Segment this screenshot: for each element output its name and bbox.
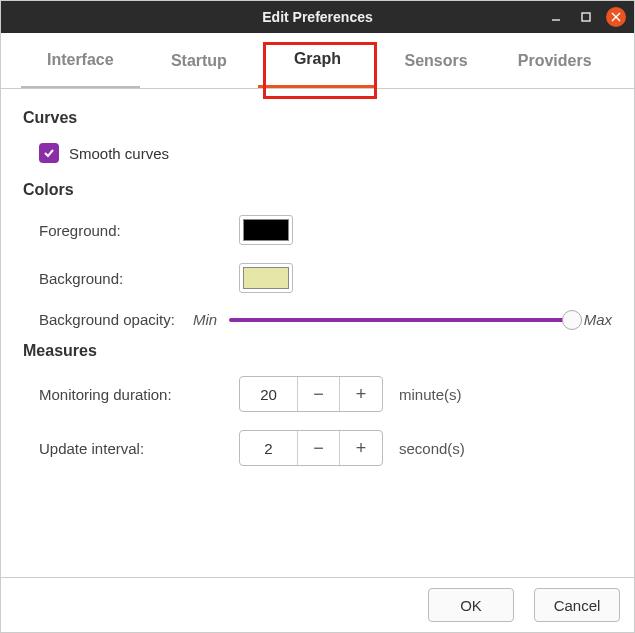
update-label: Update interval: xyxy=(39,440,229,457)
section-measures-title: Measures xyxy=(23,342,612,360)
monitoring-row: Monitoring duration: 20 − + minute(s) xyxy=(39,376,612,412)
monitoring-decrement-button[interactable]: − xyxy=(298,377,340,411)
content-panel: Curves Smooth curves Colors Foreground: … xyxy=(1,89,634,577)
minimize-icon xyxy=(551,12,561,22)
titlebar: Edit Preferences xyxy=(1,1,634,33)
update-interval-stepper: 2 − + xyxy=(239,430,383,466)
close-button[interactable] xyxy=(606,7,626,27)
monitoring-unit: minute(s) xyxy=(399,386,462,403)
update-increment-button[interactable]: + xyxy=(340,431,382,465)
update-row: Update interval: 2 − + second(s) xyxy=(39,430,612,466)
check-icon xyxy=(43,147,55,159)
smooth-curves-row: Smooth curves xyxy=(39,143,612,163)
background-label: Background: xyxy=(39,270,229,287)
foreground-label: Foreground: xyxy=(39,222,229,239)
update-unit: second(s) xyxy=(399,440,465,457)
preferences-window: Edit Preferences Interface Startup Graph… xyxy=(0,0,635,633)
opacity-slider-thumb[interactable] xyxy=(562,310,582,330)
section-colors-title: Colors xyxy=(23,181,612,199)
opacity-min-label: Min xyxy=(193,311,217,328)
svg-rect-1 xyxy=(582,13,590,21)
tab-startup[interactable]: Startup xyxy=(140,33,259,88)
window-controls xyxy=(546,7,626,27)
section-curves-title: Curves xyxy=(23,109,612,127)
tab-graph[interactable]: Graph xyxy=(258,33,377,88)
opacity-row: Background opacity: Min Max xyxy=(39,311,612,328)
monitoring-value[interactable]: 20 xyxy=(240,377,298,411)
tab-providers[interactable]: Providers xyxy=(495,33,614,88)
opacity-slider[interactable] xyxy=(229,318,572,322)
background-row: Background: xyxy=(39,263,612,293)
close-icon xyxy=(611,12,621,22)
window-title: Edit Preferences xyxy=(9,9,626,25)
opacity-label: Background opacity: xyxy=(39,311,175,328)
opacity-max-label: Max xyxy=(584,311,612,328)
background-swatch xyxy=(243,267,289,289)
background-color-button[interactable] xyxy=(239,263,293,293)
tab-sensors[interactable]: Sensors xyxy=(377,33,496,88)
minimize-button[interactable] xyxy=(546,7,566,27)
update-value[interactable]: 2 xyxy=(240,431,298,465)
monitoring-duration-stepper: 20 − + xyxy=(239,376,383,412)
smooth-curves-label: Smooth curves xyxy=(69,145,169,162)
tab-interface[interactable]: Interface xyxy=(21,33,140,88)
update-decrement-button[interactable]: − xyxy=(298,431,340,465)
maximize-icon xyxy=(581,12,591,22)
foreground-row: Foreground: xyxy=(39,215,612,245)
cancel-button[interactable]: Cancel xyxy=(534,588,620,622)
monitoring-label: Monitoring duration: xyxy=(39,386,229,403)
dialog-footer: OK Cancel xyxy=(1,577,634,632)
foreground-color-button[interactable] xyxy=(239,215,293,245)
smooth-curves-checkbox[interactable] xyxy=(39,143,59,163)
tabs: Interface Startup Graph Sensors Provider… xyxy=(1,33,634,89)
maximize-button[interactable] xyxy=(576,7,596,27)
ok-button[interactable]: OK xyxy=(428,588,514,622)
foreground-swatch xyxy=(243,219,289,241)
monitoring-increment-button[interactable]: + xyxy=(340,377,382,411)
